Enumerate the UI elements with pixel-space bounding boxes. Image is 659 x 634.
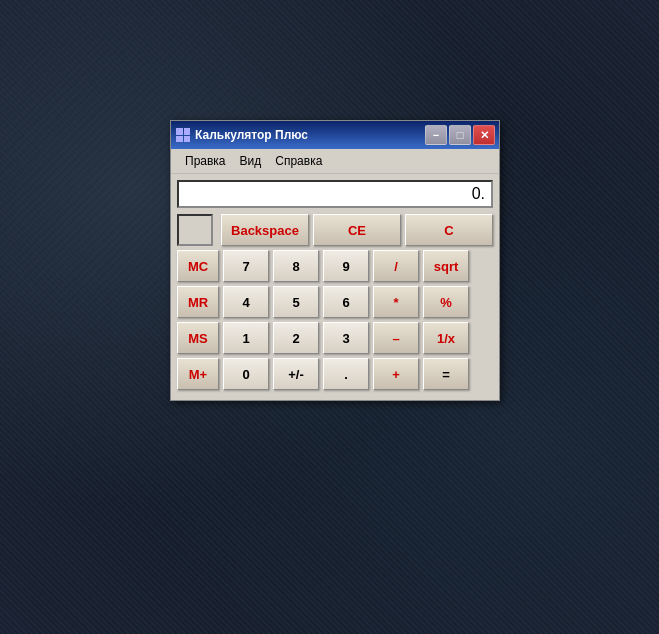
row-clear: Backspace CE C	[177, 214, 493, 246]
mplus-button[interactable]: M+	[177, 358, 219, 390]
row-4: MS 1 2 3 – 1/x	[177, 322, 493, 354]
eq-button[interactable]: =	[423, 358, 469, 390]
menu-item-help[interactable]: Справка	[269, 152, 328, 170]
btn-2[interactable]: 2	[273, 322, 319, 354]
calculator-body: 0. Backspace CE C MC 7 8 9 / sqrt MR 4 5…	[171, 174, 499, 400]
calculator-window: Калькулятор Плюс − □ ✕ Правка Вид Справк…	[170, 120, 500, 401]
mc-button[interactable]: MC	[177, 250, 219, 282]
btn-4[interactable]: 4	[223, 286, 269, 318]
minimize-button[interactable]: −	[425, 125, 447, 145]
memory-display	[177, 214, 213, 246]
btn-3[interactable]: 3	[323, 322, 369, 354]
sqrt-button[interactable]: sqrt	[423, 250, 469, 282]
sub-button[interactable]: –	[373, 322, 419, 354]
btn-6[interactable]: 6	[323, 286, 369, 318]
ce-button[interactable]: CE	[313, 214, 401, 246]
display-value: 0.	[472, 185, 485, 203]
inv-button[interactable]: 1/x	[423, 322, 469, 354]
div-button[interactable]: /	[373, 250, 419, 282]
btn-7[interactable]: 7	[223, 250, 269, 282]
plusminus-button[interactable]: +/-	[273, 358, 319, 390]
menu-item-edit[interactable]: Правка	[179, 152, 232, 170]
btn-9[interactable]: 9	[323, 250, 369, 282]
btn-0[interactable]: 0	[223, 358, 269, 390]
add-button[interactable]: +	[373, 358, 419, 390]
menu-bar: Правка Вид Справка	[171, 149, 499, 174]
btn-5[interactable]: 5	[273, 286, 319, 318]
btn-1[interactable]: 1	[223, 322, 269, 354]
window-icon	[175, 127, 191, 143]
title-bar-buttons: − □ ✕	[425, 125, 495, 145]
title-bar: Калькулятор Плюс − □ ✕	[171, 121, 499, 149]
btn-8[interactable]: 8	[273, 250, 319, 282]
mul-button[interactable]: *	[373, 286, 419, 318]
pct-button[interactable]: %	[423, 286, 469, 318]
row-5: M+ 0 +/- . + =	[177, 358, 493, 390]
row-3: MR 4 5 6 * %	[177, 286, 493, 318]
row-2: MC 7 8 9 / sqrt	[177, 250, 493, 282]
backspace-button[interactable]: Backspace	[221, 214, 309, 246]
ms-button[interactable]: MS	[177, 322, 219, 354]
display: 0.	[177, 180, 493, 208]
c-button[interactable]: C	[405, 214, 493, 246]
close-button[interactable]: ✕	[473, 125, 495, 145]
window-title: Калькулятор Плюс	[195, 128, 425, 142]
dot-button[interactable]: .	[323, 358, 369, 390]
mr-button[interactable]: MR	[177, 286, 219, 318]
maximize-button[interactable]: □	[449, 125, 471, 145]
menu-item-view[interactable]: Вид	[234, 152, 268, 170]
